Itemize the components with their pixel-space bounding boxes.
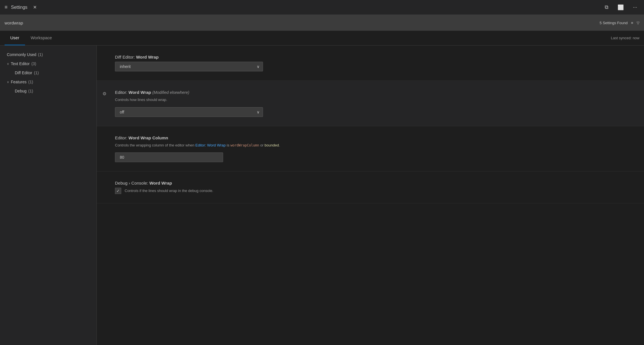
sidebar-item-commonly-used[interactable]: Commonly Used (1) <box>0 50 96 59</box>
setting-title: Debug › Console: Word Wrap <box>115 181 630 185</box>
sidebar-count: (1) <box>38 52 43 57</box>
sidebar: Commonly Used (1) ∨ Text Editor (3) Diff… <box>0 46 97 345</box>
sidebar-count: (1) <box>28 89 33 93</box>
sidebar-item-label: Debug <box>15 89 26 93</box>
chevron-down-icon: ∨ <box>7 80 9 84</box>
setting-editor-word-wrap-column: Editor: Word Wrap Column Controls the wr… <box>97 126 644 172</box>
layout-button[interactable]: ⬜ <box>615 3 626 12</box>
sidebar-item-label: Diff Editor <box>15 71 32 75</box>
diff-editor-word-wrap-select-wrapper: inherit off on wordWrapColumn bounded ∨ <box>115 62 263 71</box>
split-editor-button[interactable]: ⧉ <box>602 3 611 11</box>
editor-word-wrap-select-wrapper: off on wordWrapColumn bounded ∨ <box>115 107 263 117</box>
editor-word-wrap-link[interactable]: Editor: Word Wrap <box>196 143 226 147</box>
sidebar-count: (1) <box>34 71 39 75</box>
checkbox-row: ✓ Controls if the lines should wrap in t… <box>115 188 630 194</box>
chevron-down-icon: ∨ <box>7 62 9 66</box>
sidebar-item-diff-editor[interactable]: Diff Editor (1) <box>0 68 96 77</box>
setting-debug-console-word-wrap: Debug › Console: Word Wrap ✓ Controls if… <box>97 172 644 203</box>
setting-title: Diff Editor: Word Wrap <box>115 55 630 59</box>
menu-icon: ≡ <box>5 4 8 10</box>
sidebar-item-debug[interactable]: Debug (1) <box>0 86 96 96</box>
tabs: User Workspace <box>5 31 57 45</box>
bounded-text: bounded <box>265 143 279 147</box>
sync-status: Last synced: now <box>611 36 639 40</box>
sidebar-count: (3) <box>31 61 36 66</box>
setting-title: Editor: Word Wrap (Modified elsewhere) <box>115 90 630 95</box>
sidebar-item-features[interactable]: ∨ Features (1) <box>0 77 96 86</box>
title-bar: ≡ Settings ✕ ⧉ ⬜ ··· <box>0 0 644 15</box>
sidebar-item-label: Commonly Used <box>7 52 36 57</box>
tab-workspace[interactable]: Workspace <box>25 31 58 45</box>
main-layout: Commonly Used (1) ∨ Text Editor (3) Diff… <box>0 46 644 345</box>
settings-content: Diff Editor: Word Wrap inherit off on wo… <box>97 46 644 345</box>
tabs-row: User Workspace Last synced: now <box>0 31 644 46</box>
title-left: ≡ Settings ✕ <box>5 3 39 11</box>
sidebar-item-label: Features <box>11 80 26 84</box>
checkbox-label: Controls if the lines should wrap in the… <box>125 188 213 194</box>
search-meta: 5 Settings Found ≡ ▽ <box>600 21 639 25</box>
search-input[interactable] <box>5 20 596 25</box>
results-count: 5 Settings Found <box>600 21 627 25</box>
sidebar-item-label: Text Editor <box>11 61 30 66</box>
setting-editor-word-wrap: ⚙ Editor: Word Wrap (Modified elsewhere)… <box>97 81 644 126</box>
checkbox-debug-word-wrap[interactable]: ✓ <box>115 188 121 194</box>
funnel-icon[interactable]: ▽ <box>637 21 639 25</box>
gear-icon[interactable]: ⚙ <box>102 91 106 96</box>
setting-diff-editor-word-wrap: Diff Editor: Word Wrap inherit off on wo… <box>97 46 644 81</box>
code-word-wrap-column: wordWrapColumn <box>231 143 259 147</box>
word-wrap-column-input[interactable] <box>115 152 223 162</box>
editor-word-wrap-select[interactable]: off on wordWrapColumn bounded <box>115 107 263 117</box>
setting-description: Controls how lines should wrap. <box>115 97 630 103</box>
close-tab-button[interactable]: ✕ <box>31 3 39 11</box>
setting-title: Editor: Word Wrap Column <box>115 135 630 140</box>
settings-title: Settings <box>11 5 28 10</box>
diff-editor-word-wrap-select[interactable]: inherit off on wordWrapColumn bounded <box>115 62 263 71</box>
sidebar-item-text-editor[interactable]: ∨ Text Editor (3) <box>0 59 96 68</box>
setting-description: Controls the wrapping column of the edit… <box>115 142 630 148</box>
more-actions-button[interactable]: ··· <box>631 3 639 11</box>
filter-lines-icon[interactable]: ≡ <box>631 21 633 25</box>
title-actions: ⧉ ⬜ ··· <box>602 3 639 12</box>
search-bar: 5 Settings Found ≡ ▽ <box>0 15 644 31</box>
sidebar-count: (1) <box>28 80 33 84</box>
tab-user[interactable]: User <box>5 31 25 45</box>
